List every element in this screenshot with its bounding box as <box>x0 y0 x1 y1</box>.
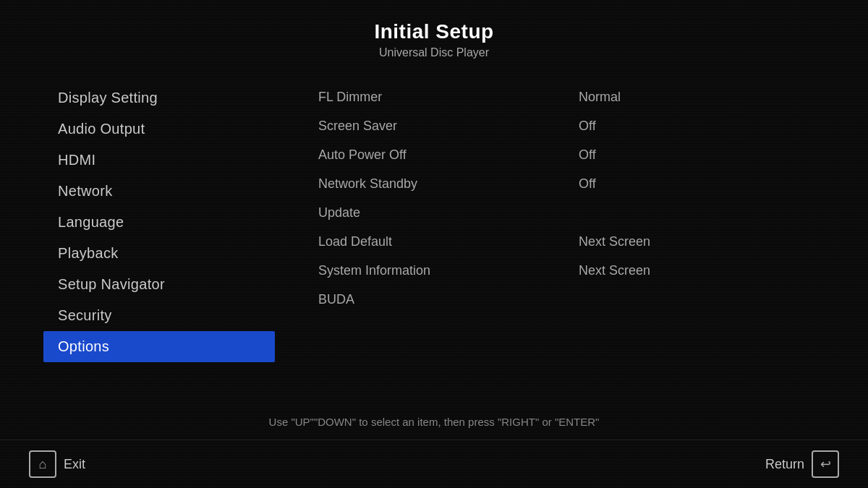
sidebar-item-setup-navigator[interactable]: Setup Navigator <box>43 269 275 300</box>
option-label-5: Load Default <box>318 234 579 249</box>
option-value-0: Normal <box>579 90 621 105</box>
sidebar-item-options[interactable]: Options <box>43 331 275 362</box>
option-row-1[interactable]: Screen SaverOff <box>318 111 825 140</box>
return-label: Return <box>765 457 804 472</box>
option-row-7[interactable]: BUDA <box>318 285 825 314</box>
options-panel: FL DimmerNormalScreen SaverOffAuto Power… <box>275 75 825 404</box>
return-icon: ↩ <box>812 450 839 478</box>
main-content: Display SettingAudio OutputHDMINetworkLa… <box>0 68 868 404</box>
sidebar-item-display-setting[interactable]: Display Setting <box>43 82 275 114</box>
option-label-0: FL Dimmer <box>318 90 579 105</box>
option-label-7: BUDA <box>318 292 579 307</box>
option-value-5: Next Screen <box>579 234 650 249</box>
sidebar-item-security[interactable]: Security <box>43 300 275 331</box>
sidebar-item-network[interactable]: Network <box>43 176 275 207</box>
footer-hint: Use "UP""DOWN" to select an item, then p… <box>0 404 868 440</box>
option-value-1: Off <box>579 119 596 134</box>
option-row-2[interactable]: Auto Power OffOff <box>318 140 825 169</box>
option-value-6: Next Screen <box>579 263 650 278</box>
exit-button[interactable]: ⌂ Exit <box>29 450 85 478</box>
option-row-3[interactable]: Network StandbyOff <box>318 169 825 198</box>
option-row-0[interactable]: FL DimmerNormal <box>318 82 825 111</box>
option-label-4: Update <box>318 205 579 221</box>
page-wrapper: Initial Setup Universal Disc Player Disp… <box>0 0 868 488</box>
sidebar-item-hdmi[interactable]: HDMI <box>43 145 275 176</box>
page-title: Initial Setup <box>0 20 868 43</box>
home-icon: ⌂ <box>29 450 56 478</box>
option-label-3: Network Standby <box>318 176 579 192</box>
header: Initial Setup Universal Disc Player <box>0 0 868 68</box>
bottom-bar: ⌂ Exit Return ↩ <box>0 440 868 488</box>
option-label-6: System Information <box>318 263 579 278</box>
return-button[interactable]: Return ↩ <box>765 450 839 478</box>
exit-label: Exit <box>64 457 85 472</box>
sidebar-item-audio-output[interactable]: Audio Output <box>43 114 275 145</box>
option-label-2: Auto Power Off <box>318 147 579 163</box>
option-row-6[interactable]: System InformationNext Screen <box>318 256 825 285</box>
sidebar-item-language[interactable]: Language <box>43 207 275 238</box>
option-value-2: Off <box>579 147 596 163</box>
sidebar-item-playback[interactable]: Playback <box>43 238 275 269</box>
option-label-1: Screen Saver <box>318 119 579 134</box>
option-row-5[interactable]: Load DefaultNext Screen <box>318 227 825 256</box>
option-value-3: Off <box>579 176 596 192</box>
page-subtitle: Universal Disc Player <box>0 46 868 59</box>
sidebar: Display SettingAudio OutputHDMINetworkLa… <box>43 75 275 404</box>
option-row-4[interactable]: Update <box>318 198 825 227</box>
